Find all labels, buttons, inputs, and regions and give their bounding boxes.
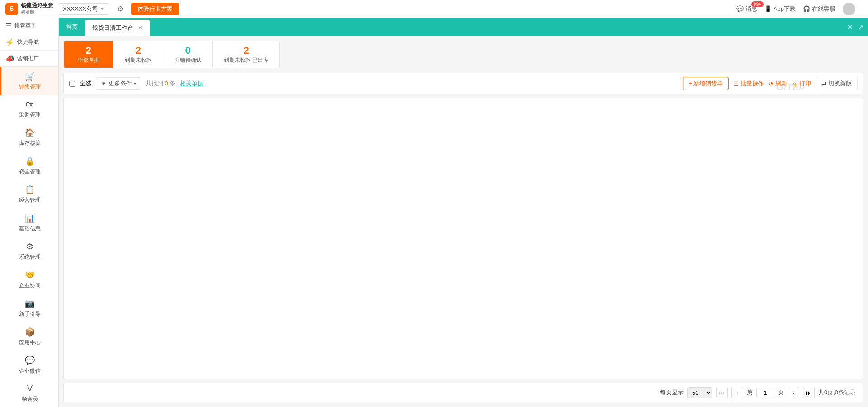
stat-tab-pending[interactable]: 0 旺铺待确认 — [163, 41, 213, 68]
sidebar-purchase-label: 采购管理 — [19, 111, 41, 119]
message-icon: 💬 — [736, 5, 744, 12]
table-area — [63, 98, 863, 379]
sidebar-finance-label: 资金管理 — [19, 168, 41, 176]
content-area: 首页 钱货日清工作台 ✕ ✕ ⤢ 2 全部单据 2 到期未收款 — [59, 18, 868, 407]
marketing-icon: 📣 — [5, 54, 14, 63]
page-size-select[interactable]: 50 20 100 — [687, 387, 712, 398]
first-page-button[interactable]: ⏮ — [716, 387, 728, 398]
stat-pending-count: 0 — [174, 45, 202, 56]
switch-label: 切换新版 — [828, 80, 852, 88]
switch-version-button[interactable]: ⇄ 切换新版 — [816, 77, 858, 90]
tab-workbench[interactable]: 钱货日清工作台 ✕ — [85, 20, 150, 36]
tab-expand-button[interactable]: ⤢ — [858, 23, 863, 32]
count-info: 共找到 0 条 — [146, 80, 175, 88]
message-button[interactable]: 💬 消息 99+ — [736, 5, 757, 13]
next-page-button[interactable]: › — [788, 387, 799, 398]
app-subtitle: 标准版 — [21, 9, 53, 15]
stat-pending-label: 旺铺待确认 — [175, 57, 202, 63]
settings-icon[interactable]: ⚙ — [114, 3, 127, 15]
batch-label: 批量操作 — [741, 80, 764, 88]
quick-nav-label: 快捷导航 — [17, 38, 39, 46]
tab-bar: 首页 钱货日清工作台 ✕ ✕ ⤢ — [59, 18, 868, 36]
sidebar-member-label: 畅会员 — [22, 395, 38, 403]
page-size-label: 每页显示 — [660, 388, 684, 397]
total-info: 共0页,0条记录 — [818, 388, 856, 397]
sidebar-item-finance[interactable]: 🔒 资金管理 — [0, 152, 58, 180]
tab-bar-actions: ✕ ⤢ — [847, 23, 868, 32]
select-all-checkbox[interactable] — [69, 81, 75, 87]
sidebar-item-quick-nav[interactable]: ⚡ 快捷导航 — [0, 34, 58, 51]
sidebar-inventory-label: 库存核算 — [19, 140, 41, 147]
stat-overdue-label: 到期未收款 — [125, 57, 152, 63]
last-page-button[interactable]: ⏭ — [803, 387, 815, 398]
switch-icon: ⇄ — [821, 80, 826, 87]
app-download-button[interactable]: 📱 App下载 — [764, 5, 796, 13]
filter-label: 更多条件 — [108, 80, 132, 88]
company-name: XXXXXX公司 — [63, 5, 98, 13]
newbie-icon: 📷 — [25, 299, 35, 309]
experience-button[interactable]: 体验行业方案 — [131, 3, 179, 15]
company-selector[interactable]: XXXXXX公司 ▼ — [58, 3, 109, 15]
filter-button[interactable]: ▼ 更多条件 ▾ — [96, 77, 141, 90]
marketing-label: 营销推广 — [17, 55, 39, 62]
online-service-label: 在线客服 — [812, 5, 835, 13]
stat-overdue-count: 2 — [124, 45, 152, 56]
sidebar-item-app-center[interactable]: 📦 应用中心 — [0, 323, 58, 351]
enterprise-icon: 🤝 — [25, 270, 35, 280]
stat-tab-overdue[interactable]: 2 到期未收款 — [113, 41, 163, 68]
sidebar-item-purchase[interactable]: 🛍 采购管理 — [0, 95, 58, 123]
close-tab-icon[interactable]: ✕ — [138, 25, 142, 31]
new-order-button[interactable]: + 新增销货单 — [683, 77, 729, 90]
app-center-icon: 📦 — [25, 327, 35, 337]
print-label: 打印 — [799, 80, 811, 88]
top-bar: 6 畅捷通好生意 标准版 XXXXXX公司 ▼ ⚙ 体验行业方案 💬 消息 99… — [0, 0, 868, 18]
stat-tab-all[interactable]: 2 全部单据 — [64, 41, 113, 68]
related-link[interactable]: 相关单据 — [180, 80, 203, 88]
sidebar-item-newbie[interactable]: 📷 新手引导 — [0, 294, 58, 323]
sidebar-item-wechat[interactable]: 💬 企业微信 — [0, 351, 58, 379]
toolbar-left: 全选 ▼ 更多条件 ▾ 共找到 0 条 相关单据 — [69, 77, 678, 90]
logo-text: 畅捷通好生意 标准版 — [21, 2, 53, 15]
page-input[interactable] — [756, 388, 774, 398]
chevron-down-icon: ▾ — [134, 81, 136, 86]
batch-operation-button[interactable]: ☰ 批量操作 — [733, 80, 764, 88]
sidebar-operation-label: 经营管理 — [19, 196, 41, 204]
sidebar-item-operation[interactable]: 📋 经营管理 — [0, 180, 58, 209]
stat-tab-overdue-shipped[interactable]: 2 到期未收款 已出库 — [213, 41, 279, 68]
refresh-label: 刷新 — [775, 80, 787, 88]
sidebar-item-sales[interactable]: 🛒 销售管理 — [0, 67, 58, 95]
sidebar-item-enterprise[interactable]: 🤝 企业协同 — [0, 266, 58, 294]
sidebar-item-member[interactable]: V 畅会员 — [0, 379, 58, 407]
top-bar-right: 💬 消息 99+ 📱 App下载 🎧 在线客服 — [736, 3, 863, 15]
purchase-icon: 🛍 — [26, 100, 34, 109]
toolbar: 全选 ▼ 更多条件 ▾ 共找到 0 条 相关单据 + 新增销货单 — [63, 73, 863, 94]
sidebar-basic-label: 基础信息 — [19, 225, 41, 233]
tab-workbench-label: 钱货日清工作台 — [92, 24, 133, 32]
tab-home[interactable]: 首页 — [59, 18, 85, 36]
online-service-button[interactable]: 🎧 在线客服 — [803, 5, 835, 13]
stat-all-label: 全部单据 — [78, 57, 99, 63]
prev-page-button[interactable]: ‹ — [731, 387, 743, 398]
print-button[interactable]: 🖨 打印 — [792, 80, 811, 88]
logo-icon: 6 — [5, 3, 18, 15]
sidebar-wechat-label: 企业微信 — [19, 367, 41, 375]
search-label: 搜索菜单 — [14, 22, 36, 30]
sidebar-item-basic[interactable]: 📊 基础信息 — [0, 209, 58, 237]
chevron-down-icon: ▼ — [100, 6, 104, 11]
avatar[interactable] — [843, 3, 855, 15]
pagination: 每页显示 50 20 100 ⏮ ‹ 第 页 › ⏭ 共0页,0条记录 — [63, 383, 863, 402]
inventory-icon: 🏠 — [25, 128, 35, 138]
page-content: 2 全部单据 2 到期未收款 0 旺铺待确认 2 到期未收款 已出库 — [59, 36, 868, 407]
app-title: 畅捷通好生意 — [21, 2, 53, 9]
main-layout: ☰ 搜索菜单 ⚡ 快捷导航 📣 营销推广 🛒 销售管理 🛍 采购管理 🏠 库存核… — [0, 18, 868, 407]
app-download-label: App下载 — [774, 5, 796, 13]
tab-home-label: 首页 — [66, 23, 78, 31]
tab-close-button[interactable]: ✕ — [847, 23, 853, 32]
refresh-button[interactable]: ↺ 刷新 — [769, 80, 787, 88]
sidebar-item-search[interactable]: ☰ 搜索菜单 — [0, 18, 58, 34]
sidebar-item-system[interactable]: ⚙ 系统管理 — [0, 237, 58, 266]
stat-all-count: 2 — [75, 45, 102, 56]
member-icon: V — [27, 384, 33, 393]
sidebar-item-inventory[interactable]: 🏠 库存核算 — [0, 123, 58, 152]
sidebar-item-marketing[interactable]: 📣 营销推广 — [0, 51, 58, 67]
